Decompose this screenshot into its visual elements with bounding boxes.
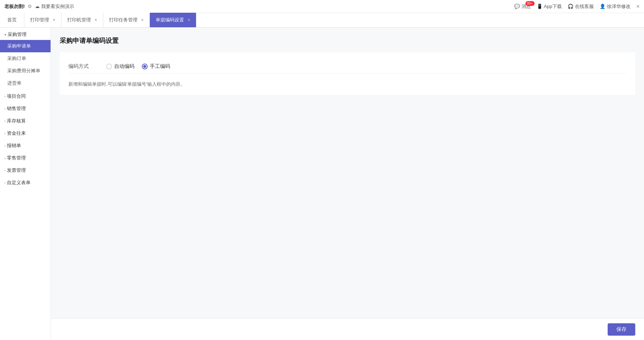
message-icon: 💬 (514, 4, 520, 9)
sidebar-group-inventory-title[interactable]: › 库存核算 (0, 114, 51, 126)
main-layout: ▾ 采购管理 采购申请单 采购订单 采购费用分摊单 进货单 › 项目合同 › 销… (0, 28, 644, 340)
sidebar-group-invoice-label: 发票管理 (7, 167, 26, 174)
sidebar-item-purchase-request[interactable]: 采购申请单 (0, 40, 51, 52)
tab-print-mgmt-label: 打印管理 (30, 17, 49, 23)
radio-auto-encode[interactable]: 自动编码 (106, 63, 135, 70)
demo-link[interactable]: ☁ 我要看实例演示 (35, 3, 74, 10)
sidebar-purchase-children: 采购申请单 采购订单 采购费用分摊单 进货单 (0, 40, 51, 89)
sidebar-group-invoice-title[interactable]: › 发票管理 (0, 163, 51, 176)
sidebar-group-project-title[interactable]: › 项目合同 (0, 89, 51, 102)
radio-auto-label: 自动编码 (114, 63, 135, 70)
content-area: 采购申请单编码设置 编码方式 自动编码 手工编码 (51, 28, 644, 340)
sidebar-group-custom-form: › 自定义表单 (0, 176, 51, 188)
service-icon: 🎧 (568, 4, 573, 9)
inventory-arrow-icon: › (4, 119, 5, 123)
custom-form-arrow-icon: › (4, 181, 5, 185)
online-service-button[interactable]: 🎧 在线客服 (568, 3, 594, 10)
app-download-label: App下载 (544, 3, 562, 10)
tab-print-task[interactable]: 打印任务管理 × (103, 13, 150, 27)
settings-icon[interactable]: ⚙ (28, 4, 32, 9)
invoice-arrow-icon: › (4, 169, 5, 173)
sidebar-group-invoice: › 发票管理 (0, 163, 51, 176)
sidebar-group-inventory: › 库存核算 (0, 114, 51, 126)
encode-row: 编码方式 自动编码 手工编码 (68, 60, 627, 74)
content-body: 采购申请单编码设置 编码方式 自动编码 手工编码 (51, 28, 644, 318)
encode-settings-card: 编码方式 自动编码 手工编码 (60, 52, 635, 95)
radio-manual-encode[interactable]: 手工编码 (142, 63, 170, 70)
returns-arrow-icon: › (4, 144, 5, 148)
retail-arrow-icon: › (4, 156, 5, 160)
sidebar-group-fund-label: 资金往来 (7, 130, 26, 137)
sidebar-item-stock-in[interactable]: 进货单 (0, 77, 51, 89)
sidebar-group-returns-label: 报销单 (7, 142, 21, 149)
cloud-icon: ☁ (35, 4, 40, 9)
sidebar-group-fund: › 资金往来 (0, 126, 51, 139)
top-bar-left: 老板勿割! ⚙ ☁ 我要看实例演示 (4, 3, 74, 10)
sidebar: ▾ 采购管理 采购申请单 采购订单 采购费用分摊单 进货单 › 项目合同 › 销… (0, 28, 51, 340)
online-service-label: 在线客服 (575, 3, 594, 10)
demo-label: 我要看实例演示 (41, 3, 74, 10)
save-button[interactable]: 保存 (608, 323, 635, 336)
sidebar-item-purchase-order[interactable]: 采购订单 (0, 52, 51, 65)
sidebar-group-sales-label: 销售管理 (7, 105, 26, 112)
tab-printer-management[interactable]: 打印机管理 × (61, 13, 103, 27)
content-footer: 保存 (51, 318, 644, 340)
sidebar-group-retail-title[interactable]: › 零售管理 (0, 151, 51, 163)
sidebar-group-purchase-title[interactable]: ▾ 采购管理 (0, 28, 51, 40)
tab-home[interactable]: 首页 (0, 13, 24, 27)
sidebar-group-purchase-label: 采购管理 (8, 31, 27, 38)
username-label: 徐泽华修改 (607, 3, 631, 10)
tab-print-mgmt-close[interactable]: × (53, 17, 55, 23)
sidebar-group-sales: › 销售管理 (0, 102, 51, 114)
user-icon: 👤 (600, 4, 605, 9)
radio-manual-circle (142, 64, 148, 69)
sidebar-group-retail-label: 零售管理 (7, 155, 26, 161)
sidebar-group-project-label: 项目合同 (7, 93, 26, 100)
app-icon: 📱 (537, 4, 543, 9)
encode-label: 编码方式 (68, 63, 97, 70)
tab-print-management[interactable]: 打印管理 × (24, 13, 61, 27)
sidebar-group-custom-form-title[interactable]: › 自定义表单 (0, 176, 51, 188)
message-badge: 99+ (525, 1, 535, 6)
tab-single-code-close[interactable]: × (188, 17, 190, 23)
tab-printer-mgmt-label: 打印机管理 (67, 17, 91, 23)
tab-print-task-label: 打印任务管理 (109, 17, 137, 23)
app-download-button[interactable]: 📱 App下载 (537, 3, 562, 10)
sidebar-group-purchase: ▾ 采购管理 采购申请单 采购订单 采购费用分摊单 进货单 (0, 28, 51, 89)
radio-auto-circle (106, 64, 112, 69)
tab-home-label: 首页 (7, 17, 17, 23)
sidebar-group-project: › 项目合同 (0, 89, 51, 102)
encode-radio-group: 自动编码 手工编码 (106, 63, 170, 70)
tab-printer-mgmt-close[interactable]: × (95, 17, 97, 23)
top-bar-close-button[interactable]: × (636, 3, 640, 10)
sidebar-group-fund-title[interactable]: › 资金往来 (0, 126, 51, 139)
sidebar-group-retail: › 零售管理 (0, 151, 51, 163)
top-bar: 老板勿割! ⚙ ☁ 我要看实例演示 💬 消息 99+ 📱 App下载 🎧 在线客… (0, 0, 644, 13)
message-button[interactable]: 💬 消息 99+ (514, 3, 531, 10)
tab-single-code[interactable]: 单据编码设置 × (150, 13, 196, 27)
project-arrow-icon: › (4, 94, 5, 98)
sidebar-group-custom-form-label: 自定义表单 (7, 179, 31, 186)
fund-arrow-icon: › (4, 131, 5, 135)
purchase-arrow-icon: ▾ (4, 33, 6, 37)
top-bar-right: 💬 消息 99+ 📱 App下载 🎧 在线客服 👤 徐泽华修改 × (514, 3, 640, 10)
page-title: 采购申请单编码设置 (60, 36, 635, 45)
sidebar-group-sales-title[interactable]: › 销售管理 (0, 102, 51, 114)
radio-manual-label: 手工编码 (150, 63, 170, 70)
sidebar-item-purchase-expense[interactable]: 采购费用分摊单 (0, 65, 51, 77)
sidebar-group-returns: › 报销单 (0, 139, 51, 151)
tab-bar: 首页 打印管理 × 打印机管理 × 打印任务管理 × 单据编码设置 × (0, 13, 644, 28)
tab-single-code-label: 单据编码设置 (156, 17, 184, 23)
user-menu[interactable]: 👤 徐泽华修改 (600, 3, 631, 10)
sales-arrow-icon: › (4, 107, 5, 111)
hint-text: 新增和编辑单据时,可以编辑'单据编号'输入框中的内容。 (68, 81, 627, 88)
sidebar-group-returns-title[interactable]: › 报销单 (0, 139, 51, 151)
tab-print-task-close[interactable]: × (141, 17, 144, 23)
app-logo: 老板勿割! (4, 3, 25, 10)
sidebar-group-inventory-label: 库存核算 (7, 118, 26, 124)
